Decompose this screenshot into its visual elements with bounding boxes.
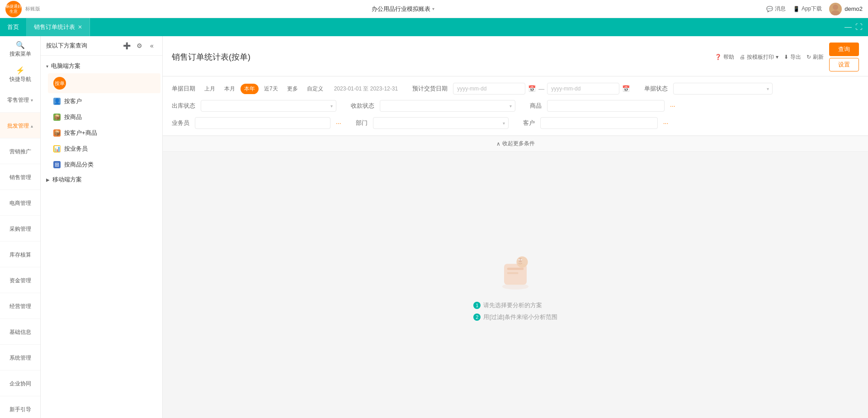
scheme-item-by-customer-goods[interactable]: 📦 按客户+商品 [48, 125, 160, 141]
query-button[interactable]: 查询 [829, 43, 859, 56]
sidebar-item-basic-info[interactable]: 基础信息 [0, 319, 40, 344]
sidebar-marketing-label: 营销推广 [9, 148, 31, 156]
add-scheme-button[interactable]: ➕ [122, 41, 132, 51]
date-btn-this-month[interactable]: 本月 [221, 84, 239, 94]
page-title: 销售订单统计表(按单) [172, 52, 250, 62]
department-select[interactable] [373, 117, 509, 129]
scheme-group-pc-label: 电脑端方案 [51, 62, 80, 70]
sidebar-item-inventory[interactable]: 库存核算 [0, 242, 40, 267]
sidebar-item-sales[interactable]: 销售管理 [0, 164, 40, 190]
scheme-item-by-goods-category[interactable]: ⊞ 按商品分类 [48, 157, 160, 172]
empty-hint-2: 2 用[过滤]条件来缩小分析范围 [473, 313, 557, 321]
order-status-select[interactable] [673, 83, 773, 95]
date-btn-this-year[interactable]: 本年 [241, 84, 259, 94]
sidebar-collab-section: 企业协同 [0, 370, 40, 396]
sidebar-item-finance[interactable]: 资金管理 [0, 267, 40, 293]
sidebar-guide-label: 新手引导 [9, 406, 31, 413]
sidebar-basic-info-section: 基础信息 [0, 319, 40, 345]
salesperson-input[interactable] [195, 117, 330, 129]
tab-minimize-icon[interactable]: — [844, 23, 852, 31]
scheme-group-pc-arrow-icon: ▾ [46, 64, 48, 69]
scheme-list: ▾ 电脑端方案 按单 👤 按客户 [41, 56, 162, 418]
collapse-icon: ∧ [496, 141, 500, 147]
collapse-bar[interactable]: ∧ 收起更多条件 [163, 136, 868, 152]
sidebar-wholesale-section: 批发管理 ▴ [0, 113, 40, 138]
goods-label: 商品 [530, 102, 542, 110]
date-btn-last-7days[interactable]: 近7天 [260, 84, 282, 94]
sidebar-inventory-section: 库存核算 [0, 242, 40, 267]
ship-status-select[interactable] [201, 100, 336, 112]
sidebar-item-guide[interactable]: 新手引导 [0, 396, 40, 418]
sidebar-item-retail[interactable]: 零售管理 ▾ [0, 87, 40, 112]
export-action[interactable]: ⬇ 导出 [784, 53, 801, 61]
left-panel-header: 按以下方案查询 ➕ ⚙ « [41, 36, 162, 56]
content-body: 1 请先选择要分析的方案 2 用[过滤]条件来缩小分析范围 [163, 152, 868, 418]
help-action[interactable]: ❓ 帮助 [715, 53, 734, 61]
svg-point-8 [519, 259, 520, 260]
sidebar-item-purchase[interactable]: 采购管理 [0, 216, 40, 241]
scheme-items-pc: 按单 👤 按客户 📦 按商品 [41, 73, 162, 172]
scheme-item-by-goods[interactable]: 📦 按商品 [48, 109, 160, 125]
sidebar-ecommerce-section: 电商管理 [0, 190, 40, 216]
sidebar-search[interactable]: 🔍 搜索菜单 [0, 36, 40, 62]
sidebar-system-label: 系统管理 [9, 354, 31, 362]
message-label: 消息 [775, 5, 786, 13]
calendar-start-icon[interactable]: 📅 [528, 85, 536, 92]
left-panel-title: 按以下方案查询 [46, 42, 119, 50]
left-panel: 按以下方案查询 ➕ ⚙ « ▾ 电脑端方案 [41, 36, 163, 418]
svg-rect-5 [507, 272, 519, 274]
date-btn-custom[interactable]: 自定义 [303, 84, 327, 94]
salesperson-more-icon[interactable]: ··· [336, 119, 341, 127]
svg-point-9 [521, 259, 522, 260]
tab-close-icon[interactable]: ✕ [78, 24, 82, 30]
settings-scheme-button[interactable]: ⚙ [134, 41, 144, 51]
scheme-goods-category-icon: ⊞ [53, 161, 61, 168]
customer-more-icon[interactable]: ··· [663, 119, 669, 127]
user-area[interactable]: demo2 [829, 3, 863, 15]
refresh-action[interactable]: ↻ 刷新 [807, 53, 824, 61]
message-action[interactable]: 💬 消息 [766, 5, 786, 13]
settings-button[interactable]: 设置 [829, 58, 859, 71]
svg-point-0 [833, 5, 838, 10]
scheme-customer-label: 按客户 [64, 97, 82, 105]
sidebar-system-section: 系统管理 [0, 345, 40, 370]
search-icon: 🔍 [16, 41, 25, 49]
scheme-item-by-customer[interactable]: 👤 按客户 [48, 94, 160, 109]
scheme-group-pc-header[interactable]: ▾ 电脑端方案 [41, 59, 162, 73]
sidebar-purchase-label: 采购管理 [9, 225, 31, 233]
app-download-icon: 📱 [793, 6, 800, 12]
sidebar-item-wholesale[interactable]: 批发管理 ▴ [0, 113, 40, 138]
payment-status-select[interactable] [380, 100, 515, 112]
sidebar-wholesale-arrow-icon: ▴ [31, 124, 33, 128]
tab-home[interactable]: 首页 [0, 18, 27, 36]
app-download-action[interactable]: 📱 App下载 [793, 5, 822, 13]
scheme-group-mobile: ▶ 移动端方案 [41, 173, 162, 186]
sidebar-item-ecommerce[interactable]: 电商管理 [0, 190, 40, 215]
company-selector[interactable]: 办公用品行业模拟账表 ▾ [372, 5, 434, 13]
sidebar-item-system[interactable]: 系统管理 [0, 345, 40, 370]
print-action[interactable]: 🖨 按模板打印 ▾ [740, 53, 778, 61]
sidebar-item-collab[interactable]: 企业协同 [0, 370, 40, 396]
sidebar-item-operations[interactable]: 经营管理 [0, 293, 40, 318]
expected-date-input-group: 📅 — 📅 [453, 83, 630, 95]
empty-state: 1 请先选择要分析的方案 2 用[过滤]条件来缩小分析范围 [473, 249, 557, 321]
scheme-group-mobile-header[interactable]: ▶ 移动端方案 [41, 173, 162, 186]
ship-status-select-wrap: ▾ [201, 100, 336, 112]
date-btn-more[interactable]: 更多 [283, 84, 302, 94]
goods-more-icon[interactable]: ··· [670, 102, 675, 109]
expected-date-start-input[interactable] [453, 83, 525, 95]
tab-maximize-icon[interactable]: ⛶ [855, 23, 863, 31]
filter-row-3: 业务员 ··· 部门 ▾ 客户 ··· [172, 117, 859, 129]
calendar-end-icon[interactable]: 📅 [622, 85, 630, 92]
expected-date-end-input[interactable] [547, 83, 619, 95]
app-download-label: App下载 [802, 5, 822, 13]
tab-sales-order-stats[interactable]: 销售订单统计表 ✕ [27, 18, 90, 36]
collapse-panel-button[interactable]: « [147, 41, 157, 51]
sidebar-item-marketing[interactable]: 营销推广 [0, 138, 40, 164]
scheme-item-by-order[interactable]: 按单 [48, 73, 160, 93]
goods-input[interactable] [547, 100, 665, 112]
sidebar-quick-nav[interactable]: ⚡ 快捷导航 [0, 62, 40, 87]
customer-input[interactable] [540, 117, 658, 129]
date-btn-last-month[interactable]: 上月 [201, 84, 219, 94]
scheme-item-by-salesperson[interactable]: 📊 按业务员 [48, 141, 160, 157]
